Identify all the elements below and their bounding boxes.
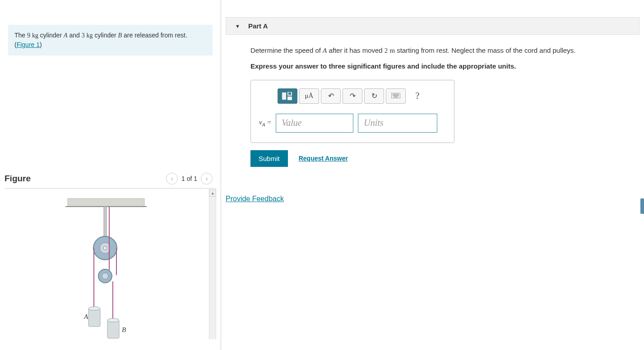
submit-button[interactable]: Submit	[250, 150, 288, 167]
figure-pager-label: 1 of 1	[181, 175, 197, 182]
problem-statement: The 9 kg cylinder A and 3 kg cylinder B …	[8, 25, 213, 55]
svg-point-10	[102, 273, 108, 279]
units-input[interactable]	[358, 114, 437, 133]
figure-pager: ‹ 1 of 1 ›	[166, 173, 213, 184]
question-instruction: Express your answer to three significant…	[250, 62, 639, 70]
action-row: Submit Request Answer	[250, 150, 639, 167]
answer-box: μÅ ↶ ↷ ↻ ? vA =	[250, 80, 454, 143]
question-area: Determine the speed of A after it has mo…	[226, 35, 639, 143]
svg-point-13	[88, 307, 100, 310]
svg-point-5	[103, 246, 107, 250]
help-button[interactable]: ?	[408, 88, 427, 104]
answer-input-row: vA =	[257, 114, 448, 133]
figure-header: Figure ‹ 1 of 1 ›	[5, 173, 216, 189]
svg-rect-0	[68, 198, 144, 207]
undo-button[interactable]: ↶	[321, 88, 341, 104]
svg-rect-18	[282, 92, 286, 100]
svg-rect-20	[287, 97, 292, 100]
figure-link[interactable]: Figure 1	[17, 41, 40, 48]
question-text: Determine the speed of A after it has mo…	[250, 46, 639, 56]
provide-feedback-link[interactable]: Provide Feedback	[226, 195, 284, 203]
redo-button[interactable]: ↷	[343, 88, 362, 104]
figure-next-button[interactable]: ›	[201, 173, 213, 184]
reset-button[interactable]: ↻	[364, 88, 384, 104]
svg-rect-12	[88, 309, 100, 327]
fraction-template-icon	[281, 91, 294, 101]
chevron-right-icon: ›	[206, 175, 208, 182]
svg-point-16	[107, 318, 119, 322]
undo-icon: ↶	[328, 92, 334, 100]
svg-rect-21	[288, 92, 291, 95]
request-answer-link[interactable]: Request Answer	[299, 155, 348, 162]
figure-prev-button[interactable]: ‹	[166, 173, 178, 184]
svg-text:B: B	[122, 326, 126, 333]
value-input[interactable]	[276, 114, 353, 133]
redo-icon: ↷	[350, 92, 356, 100]
svg-text:A: A	[83, 313, 88, 320]
figure-image: A B	[5, 189, 207, 339]
right-panel: ▼ Part A Determine the speed of A after …	[221, 0, 644, 350]
scroll-track[interactable]	[209, 197, 216, 339]
keyboard-icon	[391, 92, 400, 100]
chevron-left-icon: ‹	[171, 175, 173, 182]
scroll-up-icon[interactable]: ▴	[209, 189, 216, 197]
keyboard-button[interactable]	[386, 88, 406, 104]
side-tab[interactable]	[640, 198, 644, 214]
left-panel: The 9 kg cylinder A and 3 kg cylinder B …	[0, 0, 221, 350]
part-title: Part A	[248, 22, 268, 30]
reset-icon: ↻	[371, 92, 377, 100]
figure-section: Figure ‹ 1 of 1 ›	[0, 173, 221, 339]
units-button[interactable]: μÅ	[299, 88, 319, 104]
answer-variable-label: vA =	[259, 119, 271, 127]
templates-button[interactable]	[278, 88, 297, 104]
figure-scrollbar[interactable]: ▴	[209, 189, 216, 339]
svg-rect-15	[107, 320, 119, 338]
problem-text: The 9 kg cylinder A and 3 kg cylinder B …	[14, 32, 187, 48]
part-header[interactable]: ▼ Part A	[226, 17, 639, 35]
figure-title: Figure	[5, 174, 31, 184]
caret-down-icon: ▼	[235, 23, 240, 29]
answer-toolbar: μÅ ↶ ↷ ↻ ?	[257, 88, 448, 104]
